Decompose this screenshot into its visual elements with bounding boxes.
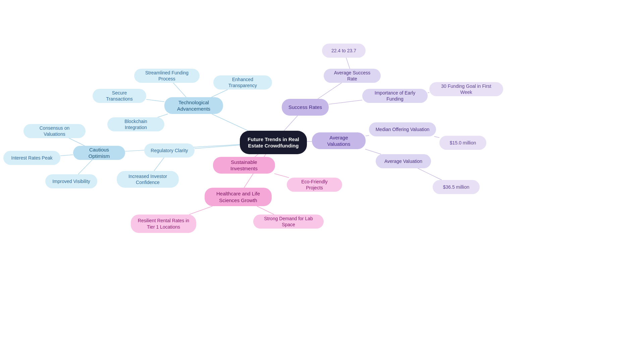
node-interest-rates[interactable]: Interest Rates Peak [3, 151, 60, 165]
node-enhanced-trans[interactable]: Enhanced Transparency [213, 75, 272, 89]
node-strong-demand[interactable]: Strong Demand for Lab Space [253, 215, 324, 229]
svg-line-12 [318, 83, 341, 99]
svg-line-7 [60, 155, 73, 156]
node-sustainable[interactable]: Sustainable Investments [213, 157, 275, 174]
node-30-funding[interactable]: 30 Funding Goal in First Week [429, 82, 503, 96]
node-median-offering[interactable]: Median Offering Valuation [369, 122, 436, 136]
svg-line-21 [255, 154, 258, 157]
node-consensus[interactable]: Consensus on Valuations [23, 124, 86, 138]
svg-line-3 [146, 99, 164, 102]
svg-line-24 [189, 206, 213, 215]
node-eco-friendly[interactable]: Eco-Friendly Projects [287, 178, 342, 192]
node-blockchain[interactable]: Blockchain Integration [107, 117, 164, 131]
node-streamlined[interactable]: Streamlined Funding Process [134, 69, 200, 83]
node-resilient[interactable]: Resilient Rental Rates in Tier 1 Locatio… [131, 215, 196, 233]
node-success-rates[interactable]: Success Rates [282, 99, 329, 116]
svg-line-18 [434, 136, 440, 137]
mindmap-container: Future Trends in Real Estate Crowdfundin… [0, 0, 644, 363]
node-healthcare[interactable]: Healthcare and Life Sciences Growth [205, 188, 272, 206]
svg-line-11 [284, 116, 298, 131]
node-cautious-opt[interactable]: Cautious Optimism [73, 146, 125, 160]
node-improved-vis[interactable]: Improved Visibility [45, 174, 97, 188]
svg-line-8 [78, 160, 92, 174]
svg-line-0 [212, 114, 248, 131]
svg-line-1 [173, 83, 186, 97]
svg-line-10 [154, 158, 164, 171]
node-imp-early[interactable]: Importance of Early Funding [362, 89, 428, 103]
node-avg-valuation[interactable]: Average Valuation [376, 154, 431, 168]
node-avg-valuations[interactable]: Average Valuations [312, 132, 366, 149]
svg-line-9 [195, 145, 240, 148]
node-22to23[interactable]: 22.4 to 23.7 [322, 44, 366, 58]
svg-line-6 [69, 138, 85, 146]
svg-line-2 [211, 89, 228, 97]
svg-line-25 [257, 206, 274, 215]
node-36million[interactable]: $36.5 million [433, 180, 480, 194]
svg-line-13 [346, 58, 350, 69]
svg-line-17 [366, 135, 369, 136]
svg-line-22 [274, 174, 289, 178]
node-15million[interactable]: $15.0 million [439, 136, 486, 150]
node-inc-investor[interactable]: Increased Investor Confidence [117, 171, 179, 188]
svg-line-19 [365, 149, 381, 154]
svg-line-20 [418, 168, 442, 180]
svg-line-4 [158, 114, 168, 117]
svg-line-14 [329, 100, 362, 104]
node-reg-clarity[interactable]: Regulatory Clarity [144, 143, 195, 158]
center-node[interactable]: Future Trends in Real Estate Crowdfundin… [240, 131, 307, 154]
node-secure-trans[interactable]: Secure Transactions [93, 89, 146, 103]
node-tech-adv[interactable]: Technological Advancements [164, 97, 223, 114]
node-avg-success[interactable]: Average Success Rate [324, 69, 381, 83]
